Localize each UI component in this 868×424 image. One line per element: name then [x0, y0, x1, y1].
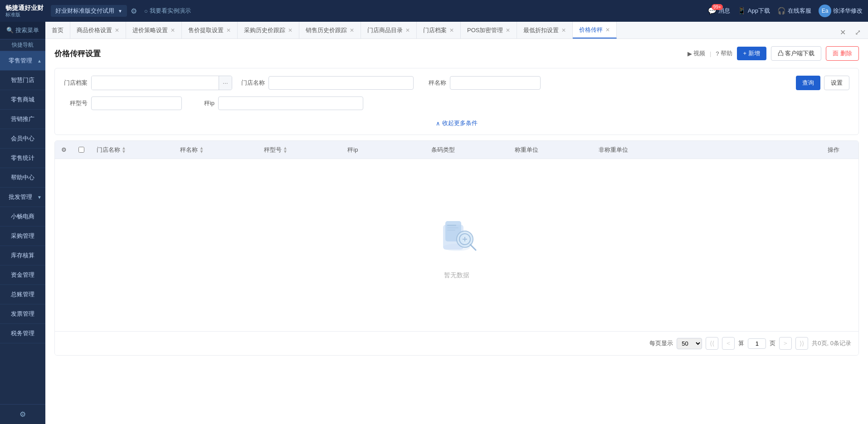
demo-text: 我要看实例演示 [150, 7, 191, 15]
help-link[interactable]: ? 帮助 [716, 49, 732, 58]
sidebar-item-smart-store[interactable]: 智慧门店 [0, 71, 45, 90]
page-title: 价格传秤设置 [54, 48, 101, 59]
settings-filter-button[interactable]: 设置 [824, 76, 849, 90]
tab-close-icon[interactable]: ✕ [449, 27, 454, 34]
sidebar-item-marketing[interactable]: 营销推广 [0, 110, 45, 129]
last-page-btn[interactable]: ⟩⟩ [795, 337, 808, 350]
th-scale-name[interactable]: 秤名称 ▲▼ [175, 146, 258, 154]
sidebar-item-label: 批发管理 [4, 193, 37, 201]
prev-page-btn[interactable]: ＜ [722, 337, 735, 350]
filter-scale-ip-label: 秤ip [191, 99, 215, 107]
tab-pos-encryption[interactable]: POS加密管理 ✕ [461, 22, 517, 39]
store-file-btn[interactable]: ··· [219, 76, 232, 90]
tab-goods-price[interactable]: 商品价格设置 ✕ [70, 22, 126, 39]
online-service-label: 在线客服 [788, 7, 811, 15]
tab-selling-price[interactable]: 售价提取设置 ✕ [182, 22, 238, 39]
delete-button[interactable]: 面 删除 [826, 46, 859, 61]
sidebar-item-retail-stats[interactable]: 零售统计 [0, 149, 45, 168]
version-selector[interactable]: 好业财标准版交付试用 ▼ [51, 5, 127, 17]
filter-scale-name-label: 秤名称 [423, 79, 446, 87]
tab-close-icon[interactable]: ✕ [288, 27, 293, 34]
main-layout: 🔍 搜索菜单 快捷导航 零售管理 ▲ 智慧门店 零售商城 营销推广 会员中心 [0, 22, 868, 424]
tab-store-file[interactable]: 门店档案 ✕ [417, 22, 461, 39]
select-all-checkbox[interactable] [78, 147, 84, 153]
sidebar-quick-nav[interactable]: 快捷导航 [0, 39, 45, 51]
th-store-name[interactable]: 门店名称 ▲▼ [91, 146, 175, 154]
tab-store-catalog[interactable]: 门店商品目录 ✕ [361, 22, 417, 39]
sidebar-item-inventory[interactable]: 库存核算 [0, 246, 45, 265]
sidebar-item-help[interactable]: 帮助中心 [0, 168, 45, 188]
filter-store-name: 门店名称 [241, 76, 414, 90]
content-area: 首页 商品价格设置 ✕ 进价策略设置 ✕ 售价提取设置 ✕ 采购历史价跟踪 ✕ [45, 22, 868, 424]
add-button[interactable]: + 新增 [737, 47, 766, 60]
store-name-input[interactable] [268, 76, 414, 90]
tab-close-icon[interactable]: ✕ [171, 27, 175, 34]
first-page-btn[interactable]: ⟨⟨ [706, 337, 718, 350]
tab-close-icon[interactable]: ✕ [115, 27, 119, 34]
empty-state: 暂无数据 [434, 184, 479, 307]
download-icon: 📱 [737, 7, 746, 15]
sidebar-item-label: 零售统计 [4, 154, 42, 162]
sidebar-item-finance[interactable]: 资金管理 [0, 265, 45, 285]
tab-close-icon[interactable]: ✕ [226, 27, 231, 34]
tab-expand-btn[interactable]: ⤢ [851, 26, 864, 39]
tab-close-icon[interactable]: ✕ [350, 27, 354, 34]
sidebar-item-purchase-mgmt[interactable]: 采购管理 [0, 226, 45, 246]
tab-sales-history[interactable]: 销售历史价跟踪 ✕ [299, 22, 361, 39]
query-button[interactable]: 查询 [796, 76, 820, 90]
gear-icon: ⚙ [20, 410, 26, 418]
tab-purchase-history[interactable]: 采购历史价跟踪 ✕ [238, 22, 299, 39]
video-link[interactable]: ▶ 视频 [688, 49, 705, 58]
data-table: ⚙ 门店名称 ▲▼ 秤名称 ▲▼ [54, 140, 859, 356]
sidebar-search[interactable]: 🔍 搜索菜单 [0, 22, 45, 39]
online-service-action[interactable]: 🎧 在线客服 [777, 7, 811, 15]
message-action[interactable]: 💬 消息 99+ [708, 7, 730, 15]
page-number-input[interactable] [748, 338, 766, 349]
username-label: 徐泽华修改 [833, 7, 863, 15]
page-content: 价格传秤设置 ▶ 视频 | ? 帮助 + 新增 [45, 39, 868, 424]
user-action[interactable]: Ea 徐泽华修改 [819, 5, 863, 17]
tab-close-icon[interactable]: ✕ [506, 27, 510, 34]
scale-ip-input[interactable] [218, 96, 363, 110]
collapse-button[interactable]: ∧ 收起更多条件 [64, 116, 849, 130]
tab-home[interactable]: 首页 [45, 22, 70, 39]
store-file-input[interactable] [92, 76, 219, 90]
sidebar-item-tax[interactable]: 税务管理 [0, 324, 45, 343]
tab-price-scale[interactable]: 价格传秤 ✕ [573, 22, 617, 39]
th-operation: 操作 [822, 146, 858, 154]
app-download-action[interactable]: 📱 App下载 [737, 7, 770, 15]
version-selector-text: 好业财标准版交付试用 [55, 7, 114, 15]
tab-close-icon[interactable]: ✕ [561, 27, 566, 34]
sidebar-item-label: 资金管理 [4, 271, 42, 279]
sidebar-item-member[interactable]: 会员中心 [0, 129, 45, 149]
top-actions: 💬 消息 99+ 📱 App下载 🎧 在线客服 Ea 徐泽华修改 [708, 5, 863, 17]
app-subtitle: 标准版 [5, 12, 20, 18]
th-scale-model[interactable]: 秤型号 ▲▼ [258, 146, 342, 154]
th-gear[interactable]: ⚙ [55, 146, 73, 153]
tab-min-discount[interactable]: 最低折扣设置 ✕ [517, 22, 573, 39]
tab-close-all-btn[interactable]: ✕ [836, 26, 849, 39]
sidebar-item-retail-mgmt[interactable]: 零售管理 ▲ [0, 51, 45, 71]
sidebar-item-label: 小畅电商 [4, 212, 42, 221]
avatar: Ea [819, 5, 831, 17]
sidebar-item-ecommerce[interactable]: 小畅电商 [0, 207, 45, 226]
sidebar-item-wholesale-mgmt[interactable]: 批发管理 ▼ [0, 188, 45, 207]
demo-link[interactable]: ○ 我要看实例演示 [144, 7, 191, 15]
sidebar-settings-btn[interactable]: ⚙ [0, 404, 45, 424]
sidebar-item-general-ledger[interactable]: 总账管理 [0, 285, 45, 304]
tab-purchase-strategy[interactable]: 进价策略设置 ✕ [126, 22, 182, 39]
scale-name-input[interactable] [450, 76, 541, 90]
tab-close-icon[interactable]: ✕ [605, 27, 610, 33]
avatar-text: Ea [822, 8, 829, 14]
settings-icon[interactable]: ⚙ [131, 7, 137, 15]
gear-icon: ⚙ [61, 146, 67, 153]
search-icon: 🔍 [6, 27, 14, 34]
tab-close-icon[interactable]: ✕ [405, 27, 410, 34]
scale-model-input[interactable] [91, 96, 182, 110]
per-page-select[interactable]: 20 50 100 200 [677, 338, 702, 349]
sidebar-item-retail-mall[interactable]: 零售商城 [0, 90, 45, 110]
download-button[interactable]: 凸 客户端下载 [771, 46, 822, 61]
next-page-btn[interactable]: ＞ [779, 337, 792, 350]
th-checkbox[interactable] [73, 147, 91, 153]
sidebar-item-invoice[interactable]: 发票管理 [0, 304, 45, 324]
